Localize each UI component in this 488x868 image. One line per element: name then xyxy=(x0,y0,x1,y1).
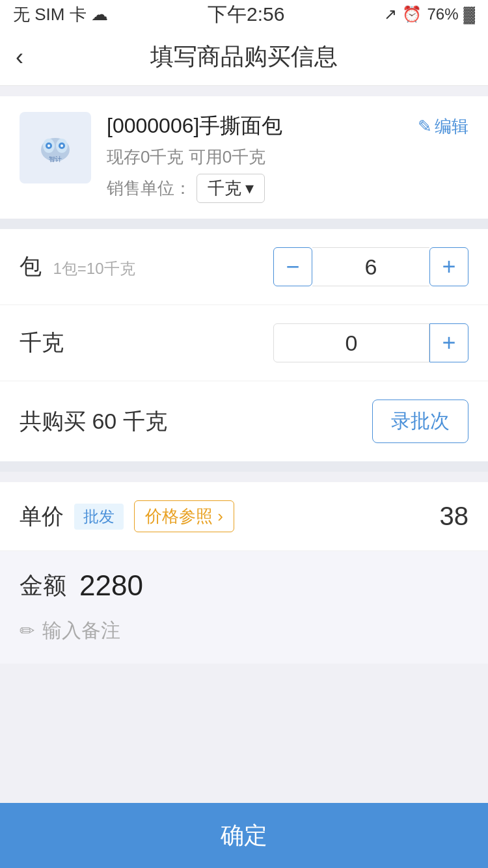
svg-point-6 xyxy=(61,144,63,147)
amount-row: 金额 2280 xyxy=(20,569,468,617)
price-value: 38 xyxy=(440,502,469,531)
battery-label: 76% xyxy=(427,5,458,23)
package-minus-button[interactable]: − xyxy=(273,247,312,286)
confirm-bar[interactable]: 确定 xyxy=(0,803,488,868)
svg-text:智计: 智计 xyxy=(49,156,62,163)
alarm-icon: ⏰ xyxy=(402,5,422,23)
record-batch-button[interactable]: 录批次 xyxy=(372,400,468,443)
nav-bar: ‹ 填写商品购买信息 xyxy=(0,29,488,86)
price-reference-button[interactable]: 价格参照 › xyxy=(134,500,234,532)
summary-text: 共购买 60 千克 xyxy=(20,407,167,437)
unit-label: 销售单位： xyxy=(107,177,191,200)
kilogram-input[interactable] xyxy=(273,323,429,362)
unit-value: 千克 xyxy=(208,177,241,200)
kilogram-plus-button[interactable]: + xyxy=(429,323,468,362)
product-unit-row: 销售单位： 千克 ▾ xyxy=(107,174,468,203)
package-label: 包 1包=10千克 xyxy=(20,252,273,282)
section-divider-2 xyxy=(0,461,488,472)
status-right: ↗ ⏰ 76% ▓ xyxy=(384,5,475,23)
back-button[interactable]: ‹ xyxy=(16,44,23,71)
product-info: [0000006]手撕面包 ✎ 编辑 现存0千克 可用0千克 销售单位： 千克 … xyxy=(107,112,468,203)
product-card: 智计 [0000006]手撕面包 ✎ 编辑 现存0千克 可用0千克 销售单位： … xyxy=(0,96,488,219)
pencil-icon: ✏ xyxy=(20,620,34,642)
svg-point-5 xyxy=(47,144,50,147)
battery-icon: ▓ xyxy=(464,5,476,23)
edit-button[interactable]: ✎ 编辑 xyxy=(418,112,468,141)
package-sublabel: 1包=10千克 xyxy=(53,260,135,277)
kilogram-input-group: + xyxy=(273,323,468,362)
product-stock: 现存0千克 可用0千克 xyxy=(107,146,468,169)
dropdown-icon: ▾ xyxy=(245,178,254,198)
kilogram-label: 千克 xyxy=(20,328,273,358)
package-input[interactable] xyxy=(312,247,429,286)
sim-label: 无 SIM 卡 ☁ xyxy=(13,3,108,26)
price-label: 单价 xyxy=(20,502,64,532)
status-bar: 无 SIM 卡 ☁ 下午2:56 ↗ ⏰ 76% ▓ xyxy=(0,0,488,29)
input-section: 包 1包=10千克 − + 千克 + xyxy=(0,229,488,381)
product-name: [0000006]手撕面包 xyxy=(107,112,282,141)
status-left: 无 SIM 卡 ☁ xyxy=(13,3,108,26)
package-row: 包 1包=10千克 − + xyxy=(0,229,488,305)
edit-label: 编辑 xyxy=(435,115,468,138)
amount-section: 金额 2280 ✏ 输入备注 xyxy=(0,551,488,664)
price-section: 单价 批发 价格参照 › 38 xyxy=(0,482,488,551)
price-tag-batch: 批发 xyxy=(74,504,124,530)
product-image: 智计 xyxy=(20,112,91,183)
section-divider-1 xyxy=(0,219,488,229)
note-placeholder: 输入备注 xyxy=(42,617,120,644)
page-title: 填写商品购买信息 xyxy=(150,41,338,73)
location-icon: ↗ xyxy=(384,5,397,23)
amount-value: 2280 xyxy=(79,569,143,602)
package-plus-button[interactable]: + xyxy=(429,247,468,286)
kilogram-row: 千克 + xyxy=(0,305,488,381)
package-stepper: − + xyxy=(273,247,468,286)
status-time: 下午2:56 xyxy=(208,1,284,28)
amount-label: 金额 xyxy=(20,570,66,602)
unit-select[interactable]: 千克 ▾ xyxy=(197,174,265,203)
confirm-button-label: 确定 xyxy=(221,820,267,852)
edit-icon: ✎ xyxy=(418,116,432,137)
summary-row: 共购买 60 千克 录批次 xyxy=(0,381,488,461)
note-row[interactable]: ✏ 输入备注 xyxy=(20,617,468,664)
